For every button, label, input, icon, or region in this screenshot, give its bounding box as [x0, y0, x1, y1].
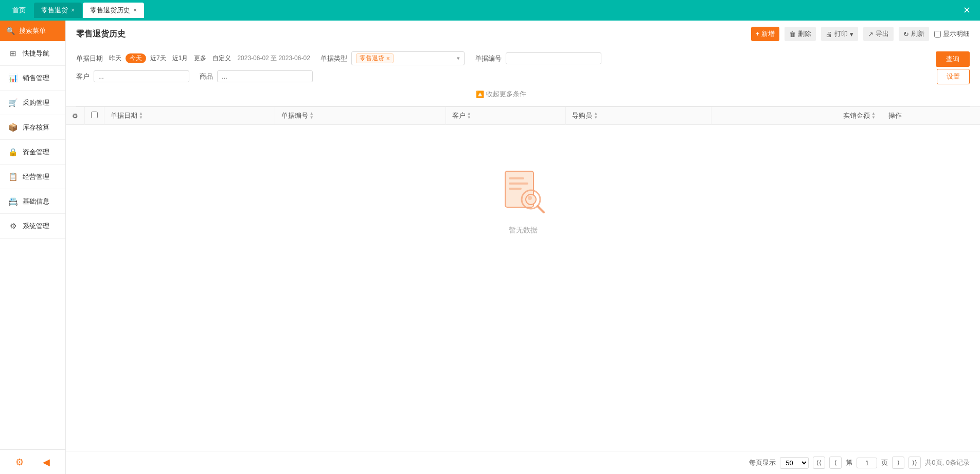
select-all-checkbox[interactable]: [91, 112, 98, 118]
setting-button[interactable]: 设置: [937, 69, 970, 84]
page-header: 零售退货历史 + 新增 🗑 删除 🖨 打印 ▾ ↗ 导出: [66, 21, 980, 107]
tab-retail-return-close[interactable]: ×: [71, 7, 75, 14]
empty-state-row: 暂无数据: [66, 125, 980, 277]
date-custom[interactable]: 自定义: [210, 53, 233, 63]
export-label: 导出: [876, 29, 889, 39]
col-guide-sort[interactable]: 导购员 ▲▼: [572, 111, 705, 120]
date-range: 2023-06-02 至 2023-06-02: [237, 54, 310, 63]
customer-label: 客户: [76, 72, 90, 81]
empty-state: 暂无数据: [66, 125, 980, 276]
sidebar-item-label: 销售管理: [23, 74, 49, 83]
show-detail-toggle[interactable]: 显示明细: [934, 29, 970, 39]
goods-label: 商品: [200, 72, 213, 81]
sidebar-item-system-mgmt[interactable]: ⚙ 系统管理: [0, 214, 65, 239]
svg-rect-2: [509, 183, 528, 185]
print-label: 打印: [834, 29, 848, 39]
doctype-select[interactable]: 零售退货 × ▾: [351, 51, 465, 65]
col-amount-sort[interactable]: 实销金额 ▲▼: [718, 111, 876, 120]
svg-rect-1: [509, 177, 524, 179]
col-docdate-sort[interactable]: 单据日期 ▲▼: [111, 111, 269, 120]
table-header: ⚙ 单据日期 ▲▼ 单据编号: [66, 107, 980, 125]
add-button[interactable]: + 新增: [751, 27, 779, 41]
collapse-label: 收起更多条件: [486, 89, 526, 99]
sidebar-item-label: 经营管理: [23, 172, 49, 181]
col-amount-label: 实销金额: [843, 111, 870, 120]
page-last-btn[interactable]: ⟩⟩: [908, 457, 921, 469]
page-next-btn[interactable]: ⟩: [892, 457, 904, 469]
table-container: ⚙ 单据日期 ▲▼ 单据编号: [66, 107, 980, 451]
sidebar-search-label: 搜索菜单: [19, 26, 46, 35]
refresh-button[interactable]: ↻ 刷新: [899, 27, 929, 41]
filter-row-2: 客户 商品: [76, 70, 925, 82]
col-customer-sort[interactable]: 客户 ▲▼: [452, 111, 560, 120]
sidebar-search[interactable]: 🔍 搜索菜单: [0, 21, 65, 41]
search-icon: 🔍: [6, 27, 15, 35]
col-settings[interactable]: ⚙: [66, 107, 85, 125]
svg-point-7: [528, 196, 532, 200]
col-guide: 导购员 ▲▼: [566, 107, 711, 125]
date-today[interactable]: 今天: [126, 53, 146, 63]
date-yesterday[interactable]: 昨天: [107, 53, 123, 63]
date-options: 昨天 今天 近7天 近1月 更多 自定义 2023-06-02 至 2023-0…: [107, 53, 310, 63]
tab-retail-return-history[interactable]: 零售退货历史 ×: [83, 3, 144, 18]
collapse-button[interactable]: 🔼 收起更多条件: [76, 87, 925, 101]
sidebar-bottom: ⚙ ◀: [0, 449, 65, 474]
total-info: 共0页, 0条记录: [925, 458, 970, 467]
delete-icon: 🗑: [789, 30, 796, 38]
col-guide-label: 导购员: [572, 111, 592, 120]
col-action: 操作: [882, 107, 980, 125]
sidebar-item-basic-info[interactable]: 📇 基础信息: [0, 189, 65, 214]
sort-arrows-customer: ▲▼: [467, 112, 471, 120]
inventory-icon: 📦: [8, 123, 17, 132]
col-customer-label: 客户: [452, 111, 466, 120]
col-docno-sort[interactable]: 单据编号 ▲▼: [281, 111, 439, 120]
sidebar-item-inventory[interactable]: 📦 库存核算: [0, 115, 65, 140]
top-bar-close[interactable]: ✕: [959, 5, 975, 16]
sidebar-item-finance-mgmt[interactable]: 🔒 资金管理: [0, 140, 65, 165]
sidebar-item-label: 系统管理: [23, 222, 49, 231]
sidebar-menu: ⊞ 快捷导航 📊 销售管理 🛒 采购管理 📦 库存核算 🔒 资金管理: [0, 41, 65, 239]
show-detail-checkbox[interactable]: [934, 31, 941, 38]
svg-line-6: [538, 206, 544, 212]
date-more[interactable]: 更多: [192, 53, 208, 63]
sidebar-item-label: 采购管理: [23, 98, 49, 107]
sidebar-collapse-btn[interactable]: ◀: [43, 457, 50, 468]
filter-date: 单据日期 昨天 今天 近7天 近1月 更多 自定义 2023-06-02 至 2…: [76, 53, 310, 63]
sidebar-item-sales-mgmt[interactable]: 📊 销售管理: [0, 66, 65, 90]
sidebar-item-operations-mgmt[interactable]: 📋 经营管理: [0, 165, 65, 189]
tab-retail-return-label: 零售退货: [41, 6, 68, 15]
customer-input[interactable]: [94, 70, 189, 82]
date-1month[interactable]: 近1月: [170, 53, 190, 63]
page-size-select[interactable]: 20 50 100: [780, 457, 809, 469]
sidebar-item-label: 基础信息: [23, 197, 49, 206]
page-number-input[interactable]: [857, 458, 877, 468]
sidebar-item-label: 快捷导航: [23, 49, 49, 58]
docno-input[interactable]: [506, 52, 601, 64]
table-body: 暂无数据: [66, 125, 980, 277]
tab-bar: 首页 零售退货 × 零售退货历史 ×: [5, 3, 959, 18]
export-button[interactable]: ↗ 导出: [863, 27, 894, 41]
print-button[interactable]: 🖨 打印 ▾: [821, 27, 858, 41]
right-action-buttons: 查询 设置: [936, 51, 970, 84]
query-button[interactable]: 查询: [936, 51, 970, 67]
empty-text: 暂无数据: [509, 226, 538, 235]
tab-retail-return-history-close[interactable]: ×: [133, 7, 137, 14]
sidebar-item-quick-nav[interactable]: ⊞ 快捷导航: [0, 41, 65, 66]
page-prev-btn[interactable]: ⟨: [829, 457, 842, 469]
sort-arrows-amount: ▲▼: [871, 112, 876, 120]
delete-button[interactable]: 🗑 删除: [785, 27, 816, 41]
doctype-tag-close[interactable]: ×: [386, 55, 390, 62]
filter-row-1: 单据日期 昨天 今天 近7天 近1月 更多 自定义 2023-06-02 至 2…: [76, 51, 925, 65]
doctype-arrow-icon: ▾: [457, 55, 460, 62]
date-7days[interactable]: 近7天: [148, 53, 168, 63]
goods-input[interactable]: [217, 70, 313, 82]
tab-home[interactable]: 首页: [5, 3, 33, 18]
tab-retail-return[interactable]: 零售退货 ×: [34, 3, 82, 18]
page-label: 第: [846, 458, 852, 467]
doctype-tag-value: 零售退货: [360, 54, 384, 63]
system-icon: ⚙: [8, 222, 17, 231]
page-first-btn[interactable]: ⟨⟨: [813, 457, 825, 469]
data-table: ⚙ 单据日期 ▲▼ 单据编号: [66, 107, 980, 276]
sidebar-item-purchase-mgmt[interactable]: 🛒 采购管理: [0, 90, 65, 115]
sidebar-settings-btn[interactable]: ⚙: [15, 457, 24, 468]
